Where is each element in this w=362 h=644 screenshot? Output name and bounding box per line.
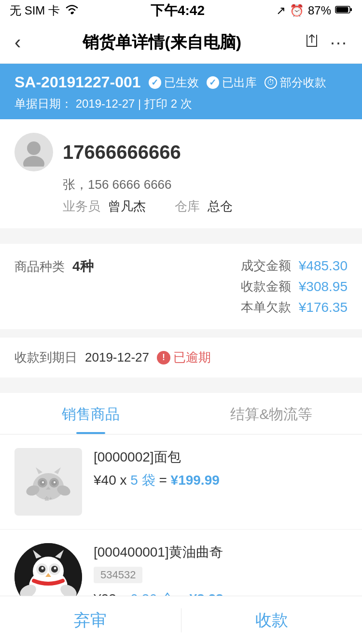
svg-point-0	[71, 12, 73, 14]
product-info-1: [0000002]面包 ¥40 x 5 袋 = ¥199.99	[94, 448, 348, 516]
status-badge-active: ✓ 已生效	[149, 75, 199, 90]
order-meta: 单据日期： 2019-12-27 | 打印 2 次	[14, 96, 348, 112]
status-time: 下午4:42	[151, 1, 205, 20]
product-name-1: [0000002]面包	[94, 448, 348, 466]
back-button[interactable]: ‹	[14, 31, 21, 53]
avatar	[14, 133, 53, 171]
collect-payment-button[interactable]: 收款	[181, 600, 362, 641]
abandon-review-button[interactable]: 弃审	[0, 600, 181, 641]
customer-phone: 17666666666	[63, 141, 181, 163]
sim-status: 无 SIM 卡	[10, 3, 60, 18]
customer-section: 17666666666 张，156 6666 6666 业务员 曾凡杰 仓库 总…	[0, 119, 362, 228]
check-icon-shipped: ✓	[207, 76, 219, 89]
more-icon[interactable]: ···	[330, 32, 348, 53]
order-id: SA-20191227-001	[14, 73, 141, 91]
order-banner: SA-20191227-001 ✓ 已生效 ✓ 已出库 ⏱ 部分收款 单据日期：…	[0, 64, 362, 119]
product-sku-2: 534532	[94, 567, 142, 583]
overdue-icon: !	[157, 351, 170, 364]
svg-text:企+: 企+	[44, 496, 52, 501]
product-thumb-1: 企+	[14, 448, 82, 516]
check-icon-active: ✓	[149, 76, 161, 89]
svg-point-4	[27, 141, 41, 155]
svg-marker-15	[54, 467, 61, 474]
product-name-2: [000400001]黄油曲奇	[94, 543, 348, 561]
product-item-1: 企+ [0000002]面包 ¥40 x 5 袋 = ¥199.99	[0, 434, 362, 530]
overdue-badge: ! 已逾期	[157, 349, 211, 366]
status-left: 无 SIM 卡	[10, 3, 79, 18]
tab-sales-products[interactable]: 销售商品	[0, 393, 181, 434]
share-icon[interactable]	[303, 32, 320, 53]
svg-rect-2	[350, 8, 352, 11]
separator-2	[0, 378, 362, 385]
product-price-1: ¥40 x 5 袋 = ¥199.99	[94, 471, 348, 490]
nav-actions: ···	[303, 32, 348, 53]
svg-point-27	[54, 567, 56, 570]
page-title: 销货单详情(来自电脑)	[83, 31, 241, 54]
bottom-bar: 弃审 收款	[0, 596, 362, 644]
summary-left: 商品种类 4种	[14, 257, 94, 316]
battery-percent: 87%	[308, 4, 331, 17]
status-right: ↗ ⏰ 87%	[276, 4, 352, 17]
tab-settlement[interactable]: 结算&物流等	[181, 393, 362, 434]
svg-point-26	[42, 567, 44, 570]
battery-icon	[335, 4, 352, 17]
overdue-text: 已逾期	[173, 349, 211, 366]
status-badge-shipped: ✓ 已出库	[207, 75, 257, 90]
separator-1	[0, 236, 362, 244]
wifi-icon	[65, 4, 79, 17]
alarm-icon: ⏰	[290, 4, 304, 17]
status-badge-partial: ⏱ 部分收款	[265, 75, 326, 90]
svg-point-11	[42, 481, 44, 483]
svg-rect-3	[336, 7, 348, 13]
svg-point-5	[23, 156, 44, 167]
sales-info: 业务员 曾凡杰	[63, 198, 146, 215]
summary-section: 商品种类 4种 成交金额 ¥485.30 收款金额 ¥308.95 本单欠款 ¥…	[0, 244, 362, 329]
warehouse-info: 仓库 总仓	[175, 198, 233, 215]
customer-sub-info: 张，156 6666 6666	[63, 176, 348, 193]
due-section: 收款到期日 2019-12-27 ! 已逾期	[0, 337, 362, 378]
tabs-section: 销售商品 结算&物流等	[0, 393, 362, 434]
summary-right: 成交金额 ¥485.30 收款金额 ¥308.95 本单欠款 ¥176.35	[241, 257, 348, 316]
clock-icon: ⏱	[265, 76, 277, 89]
nav-bar: ‹ 销货单详情(来自电脑) ···	[0, 21, 362, 64]
location-icon: ↗	[276, 4, 286, 17]
svg-marker-14	[36, 467, 42, 474]
status-bar: 无 SIM 卡 下午4:42 ↗ ⏰ 87%	[0, 0, 362, 21]
svg-point-12	[54, 481, 56, 483]
customer-info-row: 业务员 曾凡杰 仓库 总仓	[63, 198, 348, 215]
